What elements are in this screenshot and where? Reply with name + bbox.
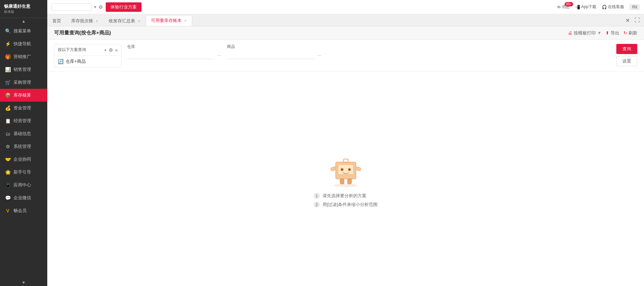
tip-text-1: 请先选择要分析的方案 — [323, 193, 366, 199]
filter-fields: 仓库 ··· 商品 ··· — [127, 44, 612, 59]
refresh-label: 刷新 — [628, 30, 637, 36]
sidebar-item-label: 企业协同 — [14, 156, 31, 162]
empty-tips: 1 请先选择要分析的方案 2 用[过滤]条件来缩小分析范围 — [314, 193, 378, 208]
online-service-button[interactable]: 🎧 在线客服 — [602, 4, 624, 10]
trial-industry-button[interactable]: 体验行业方案 — [106, 2, 141, 12]
refresh-icon: ↻ — [623, 30, 627, 35]
warehouse-filter-label: 仓库 — [127, 44, 223, 50]
sidebar-item-operation[interactable]: 📋 经营管理 — [0, 114, 47, 127]
tab-collect-ledger[interactable]: 收发存汇总表 × — [104, 15, 146, 26]
svg-point-12 — [334, 184, 358, 187]
sidebar-item-label: 资金管理 — [14, 105, 31, 111]
refresh-button[interactable]: ↻ 刷新 — [623, 30, 637, 36]
empty-illustration — [327, 150, 364, 187]
sidebar-item-inventory[interactable]: 📦 库存核算 — [0, 89, 47, 102]
svg-rect-11 — [347, 179, 352, 184]
print-label: 按模板打印 — [574, 30, 596, 36]
user-avatar-button[interactable]: Rit — [629, 4, 640, 10]
page-content: 可用量查询(按仓库+商品) 🖨 按模板打印 ▼ ⬆ 导出 ↻ 刷新 — [47, 26, 644, 286]
sidebar-item-member[interactable]: V 畅会员 — [0, 204, 47, 217]
goods-input[interactable] — [227, 51, 315, 59]
folder-icon: 🗂 — [5, 131, 11, 136]
message-badge: 99+ — [565, 2, 573, 6]
goods-dots-button[interactable]: ··· — [316, 52, 323, 58]
page-header: 可用量查询(按仓库+商品) 🖨 按模板打印 ▼ ⬆ 导出 ↻ 刷新 — [47, 26, 644, 40]
edition-label: 标准版 — [4, 9, 43, 14]
close-tab-button[interactable]: ✕ — [624, 16, 631, 24]
print-button[interactable]: 🖨 按模板打印 ▼ — [568, 30, 601, 36]
sidebar-item-finance[interactable]: 💰 资金管理 — [0, 102, 47, 114]
sidebar-item-label: 企业微信 — [14, 195, 31, 201]
sidebar-item-label: 库存核算 — [14, 92, 31, 98]
sidebar-scroll-up[interactable]: ▲ — [0, 18, 47, 25]
sidebar-item-label: 新手引导 — [14, 169, 31, 175]
sidebar-item-label: 采购管理 — [14, 79, 31, 85]
scheme-collapse-icon[interactable]: « — [115, 47, 118, 53]
export-label: 导出 — [611, 30, 619, 36]
warehouse-dots-button[interactable]: ··· — [216, 52, 223, 58]
app-download-label: App下载 — [581, 4, 596, 10]
empty-tip-1: 1 请先选择要分析的方案 — [314, 193, 378, 199]
app-download-button[interactable]: 📲 App下载 — [575, 4, 596, 10]
scheme-refresh-icon: 🔄 — [58, 59, 63, 64]
user-name: Rit — [632, 5, 637, 9]
query-button[interactable]: 查询 — [616, 44, 637, 54]
tip-num-1: 1 — [314, 193, 320, 199]
svg-rect-1 — [338, 164, 354, 175]
tab-batch-close-icon[interactable]: × — [95, 19, 99, 23]
sidebar-item-enterprise[interactable]: 🤝 企业协同 — [0, 153, 47, 166]
topbar-search-area: ▼ ⚙ — [51, 3, 103, 11]
scheme-header: 按以下方案查询 + ⚙ « — [54, 44, 121, 56]
svg-rect-10 — [340, 179, 344, 184]
sidebar-item-guide[interactable]: 🌟 新手引导 — [0, 166, 47, 179]
sidebar-item-basic[interactable]: 🗂 基础信息 — [0, 127, 47, 140]
topbar-gear-icon[interactable]: ⚙ — [99, 4, 103, 10]
tab-available-label: 可用量库存账本 — [151, 18, 182, 24]
cart-icon: 🛒 — [5, 80, 11, 85]
expand-tab-button[interactable]: ⛶ — [633, 16, 641, 24]
message-icon: ✉ — [557, 5, 561, 9]
topbar-chevron-icon[interactable]: ▼ — [93, 5, 97, 9]
sidebar-item-appstore[interactable]: 📱 应用中心 — [0, 179, 47, 191]
tab-collect-close-icon[interactable]: × — [137, 19, 140, 23]
tab-available-close-icon[interactable]: × — [184, 18, 187, 23]
sidebar-item-sales[interactable]: 📊 销售管理 — [0, 63, 47, 76]
app-name: 畅康通好生意 — [4, 3, 43, 9]
chart-icon: 📊 — [5, 67, 11, 72]
sidebar-item-marketing[interactable]: 🎁 营销推广 — [0, 50, 47, 63]
sidebar-item-purchase[interactable]: 🛒 采购管理 — [0, 76, 47, 89]
tab-home[interactable]: 首页 — [47, 15, 66, 26]
sidebar-item-shortcut[interactable]: ⚡ 快捷导航 — [0, 37, 47, 50]
scheme-add-icon[interactable]: + — [104, 47, 107, 53]
svg-point-7 — [350, 169, 350, 170]
sidebar-item-wechat[interactable]: 💬 企业微信 — [0, 191, 47, 204]
export-button[interactable]: ⬆ 导出 — [606, 30, 619, 36]
main-area: ▼ ⚙ 体验行业方案 ✉ 消息 99+ 📲 App下载 🎧 在线客服 Rit — [47, 0, 644, 286]
message-button[interactable]: ✉ 消息 99+ — [557, 4, 570, 10]
sidebar-item-system[interactable]: ⚙ 系统管理 — [0, 140, 47, 153]
sidebar-scroll-down[interactable]: ▼ — [0, 279, 47, 286]
print-chevron-icon: ▼ — [597, 30, 601, 35]
tab-batch-ledger[interactable]: 库存批次账 × — [66, 15, 104, 26]
scheme-actions: + ⚙ « — [104, 47, 118, 53]
gear-icon: ⚙ — [5, 144, 11, 149]
topbar-search-input[interactable] — [51, 3, 92, 11]
printer-icon: 🖨 — [568, 30, 572, 35]
money-icon: 💰 — [5, 105, 11, 111]
sidebar-nav: 🔍 搜索菜单 ⚡ 快捷导航 🎁 营销推广 📊 销售管理 🛒 采购管理 📦 库存核… — [0, 25, 47, 279]
goods-filter-group: 商品 ··· — [227, 44, 323, 59]
settings-button[interactable]: 设置 — [616, 56, 637, 66]
gift-icon: 🎁 — [5, 54, 11, 59]
box-icon: 📦 — [5, 93, 11, 98]
sidebar-item-search[interactable]: 🔍 搜索菜单 — [0, 25, 47, 37]
mobile-icon: 📱 — [5, 182, 11, 188]
svg-point-6 — [342, 169, 343, 170]
empty-tip-2: 2 用[过滤]条件来缩小分析范围 — [314, 202, 378, 208]
vip-icon: V — [5, 208, 11, 213]
tip-text-2: 用[过滤]条件来缩小分析范围 — [323, 202, 378, 208]
scheme-settings-icon[interactable]: ⚙ — [109, 47, 113, 53]
sidebar-item-label: 基础信息 — [14, 131, 31, 137]
tab-available-ledger[interactable]: 可用量库存账本 × — [146, 15, 192, 26]
warehouse-input[interactable] — [127, 51, 215, 59]
scheme-item-warehouse-goods[interactable]: 🔄 仓库+商品 — [54, 56, 121, 67]
